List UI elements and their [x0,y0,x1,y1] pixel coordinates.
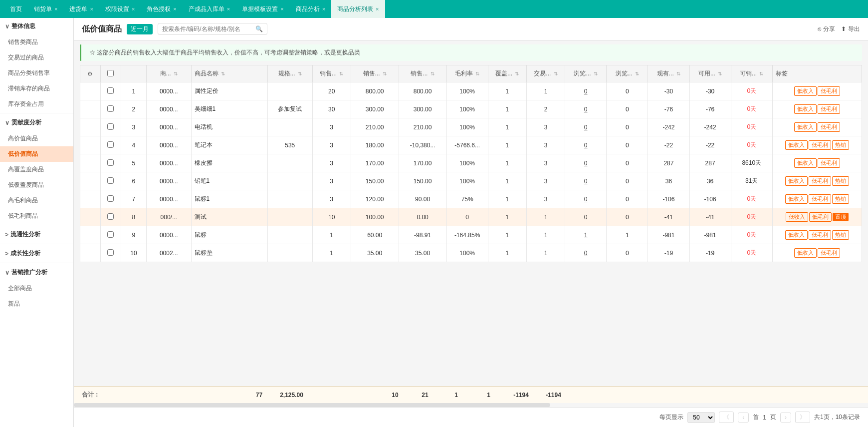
content-area: 低价值商品 近一月 🔍 ⎋ 分享 ⬆ 导出 ☆ 这部分商品的销售收入大幅低于商品… [74,18,868,427]
row-checkbox[interactable] [107,195,114,202]
th-sales-amount[interactable]: 销售... ⇅ [351,65,399,82]
search-icon[interactable]: 🔍 [255,25,263,32]
sidebar-section-growth[interactable]: > 成长性分析 [0,245,73,262]
margin-cell: -164.85% [446,226,488,244]
nav-role-auth[interactable]: 角色授权 × [141,0,182,18]
close-icon[interactable]: × [132,6,135,12]
coverage-cell: 1 [488,100,526,118]
close-icon[interactable]: × [322,6,325,12]
row-checkbox[interactable] [107,213,114,220]
th-stock[interactable]: 现有... ⇅ [648,65,689,82]
next-page-button[interactable]: › [780,413,791,423]
nav-product-inbound[interactable]: 产成品入库单 × [183,0,236,18]
close-icon[interactable]: × [227,6,230,12]
name-cell: 测试 [191,208,267,226]
settings-icon[interactable]: ⚙ [87,70,93,77]
view1-link[interactable]: 1 [584,232,588,239]
sidebar-item-new-products[interactable]: 新品 [0,296,73,312]
nav-product-analysis[interactable]: 商品分析 × [290,0,331,18]
table-row: 2 0000... 吴细细1 参加复试 30 300.00 300.00 100… [80,100,862,118]
close-icon[interactable]: × [173,6,176,12]
view1-link[interactable]: 0 [584,160,588,167]
row-checkbox[interactable] [107,87,114,94]
select-all-checkbox[interactable] [107,70,114,76]
th-available[interactable]: 可用... ⇅ [689,65,731,82]
coverage-cell: 1 [488,136,526,154]
per-page-select[interactable]: 50 20 100 [687,412,715,423]
th-name[interactable]: 商品名称 ⇅ [191,65,267,82]
sidebar-item-inventory-capital[interactable]: 库存资金占用 [0,96,73,112]
sales-qty-cell: 1 [312,226,351,244]
sidebar-section-overall[interactable]: ∨ 整体信息 [0,18,73,34]
row-checkbox[interactable] [107,231,114,238]
sidebar-item-category-sales-rate[interactable]: 商品分类销售率 [0,65,73,81]
days-value: 0天 [747,231,756,238]
row-checkbox[interactable] [107,105,114,112]
row-checkbox[interactable] [107,249,114,256]
view2-cell: 0 [607,154,648,172]
th-code[interactable]: 商... ⇅ [147,65,192,82]
sidebar-section-circulation[interactable]: > 流通性分析 [0,226,73,243]
export-button[interactable]: ⬆ 导出 [841,25,860,33]
th-view1[interactable]: 浏览... ⇅ [565,65,607,82]
sidebar-item-high-profit[interactable]: 高毛利商品 [0,193,73,208]
share-button[interactable]: ⎋ 分享 [818,25,835,33]
view1-link[interactable]: 0 [584,106,588,113]
view1-link[interactable]: 0 [584,88,588,95]
nav-permission-setting[interactable]: 权限设置 × [99,0,141,18]
first-page-button[interactable]: 《 [719,412,734,423]
sidebar-item-high-coverage[interactable]: 高覆盖度商品 [0,162,73,177]
table-row: 1 0000... 属性定价 20 800.00 800.00 100% 1 1… [80,82,862,100]
close-icon[interactable]: × [376,6,379,12]
row-checkbox[interactable] [107,141,114,148]
sidebar-item-low-profit[interactable]: 低毛利商品 [0,208,73,224]
row-checkbox[interactable] [107,123,114,130]
th-sales-avg[interactable]: 销售... ⇅ [399,65,446,82]
th-view2[interactable]: 浏览... ⇅ [607,65,648,82]
view1-link[interactable]: 0 [584,142,588,149]
sidebar-item-all-products[interactable]: 全部商品 [0,281,73,296]
coverage-cell: 1 [488,82,526,100]
date-badge[interactable]: 近一月 [127,24,153,34]
sidebar-item-traded-products[interactable]: 交易过的商品 [0,50,73,65]
nav-sales-order[interactable]: 销货单 × [28,0,63,18]
nav-template-setting[interactable]: 单据模板设置 × [236,0,289,18]
nav-purchase-order[interactable]: 进货单 × [63,0,99,18]
view1-link[interactable]: 0 [584,178,588,185]
view1-link[interactable]: 0 [584,250,588,257]
sidebar-item-low-value[interactable]: 低价值商品 [0,146,73,162]
sidebar-item-sales-products[interactable]: 销售类商品 [0,34,73,50]
sidebar-section-marketing[interactable]: ∨ 营销推广分析 [0,264,73,281]
checkbox-cell [100,82,121,100]
sidebar-item-low-coverage[interactable]: 低覆盖度商品 [0,177,73,193]
th-margin[interactable]: 毛利率 ⇅ [446,65,488,82]
row-checkbox[interactable] [107,159,114,166]
nav-home[interactable]: 首页 [4,0,28,18]
sidebar-item-high-value[interactable]: 高价值商品 [0,131,73,146]
tag-badge: 低收入 [785,194,808,204]
th-sales-qty[interactable]: 销售... ⇅ [312,65,351,82]
footer-total-qty: 77 [245,392,273,399]
sales-qty-cell: 3 [312,190,351,208]
th-settings[interactable]: ⚙ [80,65,101,82]
th-transaction[interactable]: 交易... ⇅ [526,65,565,82]
sidebar-item-slow-products[interactable]: 滞销库存的商品 [0,81,73,96]
close-icon[interactable]: × [90,6,93,12]
row-checkbox[interactable] [107,177,114,184]
close-icon[interactable]: × [54,6,57,12]
view1-link[interactable]: 0 [584,196,588,203]
sidebar-section-contribution[interactable]: ∨ 贡献度分析 [0,114,73,131]
th-coverage[interactable]: 覆盖... ⇅ [488,65,526,82]
prev-page-button[interactable]: ‹ [738,413,749,423]
th-saleable[interactable]: 可销... ⇅ [731,65,772,82]
last-page-button[interactable]: 》 [795,412,810,423]
view1-cell: 0 [565,118,607,136]
th-spec[interactable]: 规格... ⇅ [268,65,313,82]
search-input[interactable] [162,25,255,32]
view1-link[interactable]: 0 [584,124,588,131]
view1-link[interactable]: 0 [584,214,588,221]
nav-product-analysis-list[interactable]: 商品分析列表 × [331,0,385,18]
horizontal-scrollbar[interactable] [74,403,868,407]
table-body: 1 0000... 属性定价 20 800.00 800.00 100% 1 1… [80,82,862,262]
close-icon[interactable]: × [280,6,283,12]
